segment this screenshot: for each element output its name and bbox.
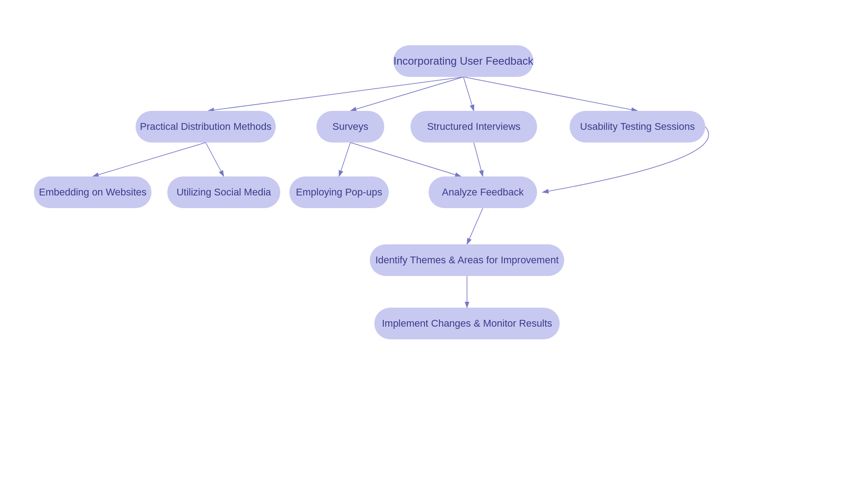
node-practical-distribution: Practical Distribution Methods (136, 111, 276, 143)
svg-line-7 (339, 143, 350, 176)
svg-line-4 (463, 77, 637, 111)
node-utilizing-social-media: Utilizing Social Media (167, 176, 280, 208)
svg-line-8 (350, 143, 461, 176)
svg-line-6 (206, 143, 224, 176)
svg-line-3 (463, 77, 474, 111)
node-structured-interviews: Structured Interviews (410, 111, 537, 143)
node-surveys: Surveys (316, 111, 384, 143)
svg-line-1 (208, 77, 463, 111)
svg-line-9 (474, 143, 483, 176)
node-implement-changes: Implement Changes & Monitor Results (374, 308, 560, 339)
node-embedding-on-websites: Embedding on Websites (34, 176, 151, 208)
svg-line-2 (350, 77, 463, 111)
node-employing-popups: Employing Pop-ups (289, 176, 389, 208)
node-usability-testing: Usability Testing Sessions (570, 111, 705, 143)
node-incorporating-user-feedback: Incorporating User Feedback (393, 45, 533, 77)
svg-line-10 (467, 208, 483, 244)
diagram-container: Incorporating User Feedback Practical Di… (0, 0, 868, 490)
svg-line-5 (93, 143, 206, 176)
node-identify-themes: Identify Themes & Areas for Improvement (370, 244, 564, 276)
node-analyze-feedback: Analyze Feedback (429, 176, 537, 208)
